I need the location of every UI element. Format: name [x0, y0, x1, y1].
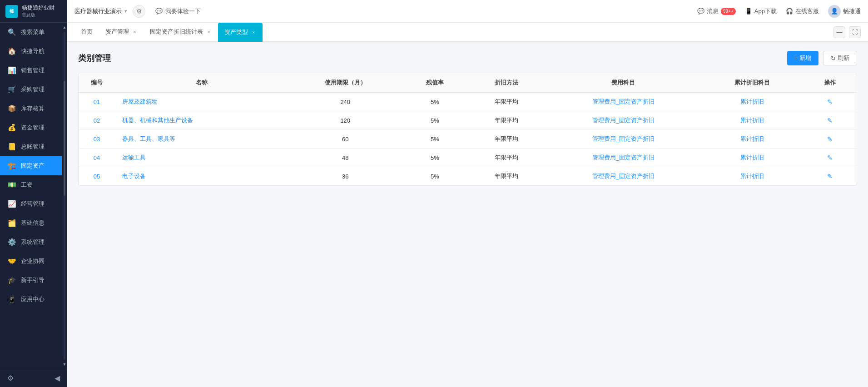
edit-icon-2[interactable]: ✎ [827, 135, 833, 143]
table-row: 05 电子设备 36 5% 年限平均 管理费用_固定资产折旧 累计折旧 ✎ [79, 167, 857, 186]
tab-asset-manage[interactable]: 资产管理 × [99, 23, 144, 42]
refresh-btn[interactable]: ↻ 刷新 [823, 51, 857, 65]
sidebar-scroll-up[interactable]: ▲ [61, 24, 67, 31]
sidebar-item-corp[interactable]: 🤝企业协同 [0, 252, 62, 271]
add-btn[interactable]: + 新增 [787, 51, 818, 65]
cell-action-4[interactable]: ✎ [803, 167, 857, 186]
collapse-icon[interactable]: ◀ [55, 374, 60, 382]
messages-action[interactable]: 💬 消息 99+ [697, 7, 736, 15]
cell-name-4[interactable]: 电子设备 [115, 167, 288, 186]
sidebar-item-fund[interactable]: 💰资金管理 [0, 118, 62, 137]
user-name: 畅捷通 [843, 7, 861, 15]
sidebar-item-ledger[interactable]: 📒总账管理 [0, 137, 62, 156]
col-action: 操作 [803, 73, 857, 93]
cell-residual-0: 5% [402, 93, 467, 111]
tab-asset-type-close[interactable]: × [251, 29, 256, 35]
sidebar-item-apps[interactable]: 📱应用中心 [0, 290, 62, 309]
topbar-settings-btn[interactable]: ⚙ [133, 5, 145, 18]
tab-expand-btn[interactable]: ⛶ [849, 26, 861, 38]
support-action[interactable]: 🎧 在线客服 [786, 7, 819, 15]
cell-name-0[interactable]: 房屋及建筑物 [115, 93, 288, 111]
topbar: 医疗器械行业演示 ▾ ⚙ 💬 我要体验一下 💬 消息 99+ 📱 App下载 🎧… [67, 0, 868, 23]
content-area: 类别管理 + 新增 ↻ 刷新 编号 名称 使用期限（月） 残值率 折旧方法 [67, 42, 868, 387]
cell-accumulated-3[interactable]: 累计折旧 [701, 149, 803, 167]
basic-icon: 🗂️ [7, 218, 16, 228]
tabs-controls: — ⛶ [833, 26, 861, 38]
user-area[interactable]: 👤 畅捷通 [828, 5, 861, 18]
col-accumulated: 累计折旧科目 [701, 73, 803, 93]
cell-period-1: 120 [288, 111, 402, 130]
col-residual: 残值率 [402, 73, 467, 93]
app-download-label: App下载 [754, 7, 777, 15]
cell-action-3[interactable]: ✎ [803, 149, 857, 167]
cell-action-2[interactable]: ✎ [803, 130, 857, 149]
sidebar-item-quicknav[interactable]: 🏠快捷导航 [0, 42, 62, 61]
sidebar-item-ops[interactable]: 📈经营管理 [0, 194, 62, 213]
edit-icon-4[interactable]: ✎ [827, 173, 833, 180]
cell-expense-1[interactable]: 管理费用_固定资产折旧 [545, 111, 701, 130]
sidebar-item-system[interactable]: ⚙️系统管理 [0, 233, 62, 252]
guide-icon: 🎓 [7, 276, 16, 285]
tab-depreciation-close[interactable]: × [206, 29, 211, 35]
sidebar-label-basic: 基础信息 [21, 219, 45, 227]
tab-minimize-btn[interactable]: — [833, 26, 845, 38]
app-download-action[interactable]: 📱 App下载 [745, 7, 777, 15]
tab-depreciation-label: 固定资产折旧统计表 [150, 28, 203, 36]
salary-icon: 💵 [7, 180, 16, 189]
sidebar-item-sales[interactable]: 📊销售管理 [0, 61, 62, 80]
cell-name-3[interactable]: 运输工具 [115, 149, 288, 167]
sidebar-label-sales: 销售管理 [21, 66, 45, 74]
tab-asset-type-label: 资产类型 [224, 28, 248, 36]
table-row: 03 器具、工具、家具等 60 5% 年限平均 管理费用_固定资产折旧 累计折旧… [79, 130, 857, 149]
sidebar-item-salary[interactable]: 💵工资 [0, 175, 62, 194]
experience-label: 我要体验一下 [165, 7, 201, 15]
cell-name-1[interactable]: 机器、机械和其他生产设备 [115, 111, 288, 130]
tab-depreciation[interactable]: 固定资产折旧统计表 × [144, 23, 218, 42]
cell-expense-4[interactable]: 管理费用_固定资产折旧 [545, 167, 701, 186]
sidebar-item-basic[interactable]: 🗂️基础信息 [0, 213, 62, 233]
sidebar-nav: 🔍搜索菜单🏠快捷导航📊销售管理🛒采购管理📦库存核算💰资金管理📒总账管理🏗️固定资… [0, 23, 62, 369]
brand-name: 畅捷通好业财 [22, 5, 55, 12]
edit-icon-3[interactable]: ✎ [827, 154, 833, 161]
sidebar-item-guide[interactable]: 🎓新手引导 [0, 271, 62, 290]
cell-accumulated-0[interactable]: 累计折旧 [701, 93, 803, 111]
experience-btn[interactable]: 💬 我要体验一下 [151, 5, 205, 17]
cell-accumulated-2[interactable]: 累计折旧 [701, 130, 803, 149]
cell-name-2[interactable]: 器具、工具、家具等 [115, 130, 288, 149]
cell-residual-2: 5% [402, 130, 467, 149]
tab-home[interactable]: 首页 [74, 23, 99, 42]
edit-icon-1[interactable]: ✎ [827, 117, 833, 124]
sidebar-item-inventory[interactable]: 📦库存核算 [0, 99, 62, 118]
cell-action-0[interactable]: ✎ [803, 93, 857, 111]
ops-icon: 📈 [7, 199, 16, 208]
tab-asset-manage-close[interactable]: × [132, 29, 137, 35]
sidebar-label-ledger: 总账管理 [21, 143, 45, 151]
sidebar-item-purchase[interactable]: 🛒采购管理 [0, 80, 62, 99]
cell-method-3: 年限平均 [468, 149, 546, 167]
cell-code-0: 01 [79, 93, 115, 111]
messages-icon: 💬 [697, 8, 704, 15]
company-name: 医疗器械行业演示 [74, 7, 122, 15]
company-selector[interactable]: 医疗器械行业演示 ▾ [74, 7, 127, 15]
sales-icon: 📊 [7, 66, 16, 75]
table-row: 04 运输工具 48 5% 年限平均 管理费用_固定资产折旧 累计折旧 ✎ [79, 149, 857, 167]
sidebar-item-fixed[interactable]: 🏗️固定资产 [0, 156, 62, 175]
tab-asset-type[interactable]: 资产类型 × [218, 23, 263, 42]
cell-expense-2[interactable]: 管理费用_固定资产折旧 [545, 130, 701, 149]
cell-action-1[interactable]: ✎ [803, 111, 857, 130]
edit-icon-0[interactable]: ✎ [827, 98, 833, 105]
brand-sub: 普及版 [22, 12, 55, 18]
sidebar-item-search[interactable]: 🔍搜索菜单 [0, 23, 62, 42]
cell-code-3: 04 [79, 149, 115, 167]
sidebar-label-salary: 工资 [21, 181, 33, 189]
sidebar-scroll-down[interactable]: ▼ [61, 361, 67, 368]
cell-accumulated-4[interactable]: 累计折旧 [701, 167, 803, 186]
cell-residual-4: 5% [402, 167, 467, 186]
topbar-left: 医疗器械行业演示 ▾ ⚙ 💬 我要体验一下 [74, 5, 205, 18]
messages-label: 消息 [707, 7, 719, 15]
cell-expense-3[interactable]: 管理费用_固定资产折旧 [545, 149, 701, 167]
settings-icon[interactable]: ⚙ [7, 374, 14, 382]
cell-expense-0[interactable]: 管理费用_固定资产折旧 [545, 93, 701, 111]
sidebar-footer: ⚙ ◀ [0, 369, 67, 387]
cell-accumulated-1[interactable]: 累计折旧 [701, 111, 803, 130]
